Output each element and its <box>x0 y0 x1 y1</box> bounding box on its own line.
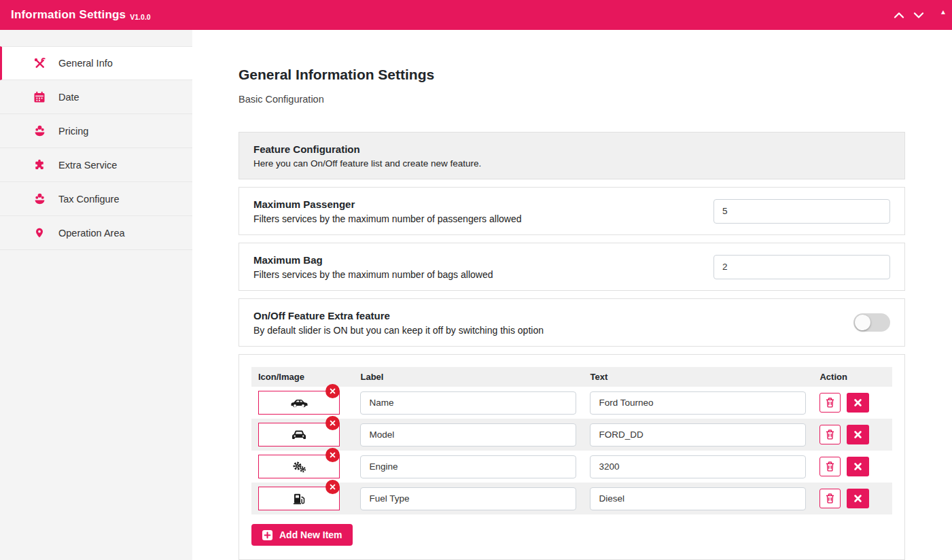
page-subtitle: Basic Configuration <box>239 94 906 105</box>
remove-row-button[interactable] <box>847 393 869 413</box>
sidebar-item-extra-service[interactable]: Extra Service <box>0 148 192 182</box>
text-input[interactable] <box>590 487 806 510</box>
sidebar-item-label: Tax Configure <box>58 194 119 205</box>
section-description: Here you can On/Off feature list and cre… <box>253 158 890 169</box>
cross-icon <box>853 398 862 407</box>
app-header: Information Settings V1.0.0 ▲ <box>0 0 952 30</box>
delete-row-button[interactable] <box>819 393 841 413</box>
trash-icon <box>826 493 834 504</box>
table-row <box>251 419 892 451</box>
remove-row-button[interactable] <box>847 489 869 508</box>
tools-icon <box>33 57 46 70</box>
setting-description: By default slider is ON but you can keep… <box>253 325 544 336</box>
fuel-pump-icon <box>292 493 306 505</box>
hand-coin-icon <box>33 124 46 137</box>
sidebar-item-label: Date <box>58 92 80 103</box>
sidebar-item-tax-configure[interactable]: Tax Configure <box>0 182 192 216</box>
setting-maximum-passenger: Maximum Passenger Filters services by th… <box>239 187 905 235</box>
triangle-up-icon[interactable]: ▲ <box>940 9 947 16</box>
sidebar-item-date[interactable]: Date <box>0 80 192 114</box>
setting-text: On/Off Feature Extra feature By default … <box>253 310 544 336</box>
table-header-row: Icon/Image Label Text Action <box>251 367 892 387</box>
remove-icon-badge[interactable] <box>325 448 340 462</box>
remove-icon-badge[interactable] <box>325 384 340 398</box>
add-new-item-button[interactable]: Add New Item <box>251 524 353 546</box>
sidebar-item-label: Extra Service <box>58 160 117 171</box>
extra-feature-toggle[interactable] <box>853 313 890 332</box>
delete-row-button[interactable] <box>819 489 841 508</box>
sidebar: General Info Date <box>0 30 192 560</box>
setting-extra-feature: On/Off Feature Extra feature By default … <box>239 298 905 347</box>
column-header-label: Label <box>353 367 583 387</box>
maximum-bag-input[interactable] <box>713 255 890 279</box>
delete-row-button[interactable] <box>819 425 841 444</box>
trash-icon <box>826 430 834 440</box>
icon-image-picker[interactable] <box>258 391 340 415</box>
column-header-icon-image: Icon/Image <box>251 367 353 387</box>
sidebar-item-label: General Info <box>58 58 113 69</box>
label-input[interactable] <box>360 487 576 510</box>
page-title: General Information Settings <box>239 67 906 83</box>
label-input[interactable] <box>360 423 576 447</box>
table-row <box>251 387 892 419</box>
sidebar-item-general-info[interactable]: General Info <box>0 46 192 80</box>
sidebar-item-pricing[interactable]: Pricing <box>0 114 192 148</box>
sidebar-item-label: Operation Area <box>58 228 125 239</box>
setting-label: Maximum Bag <box>253 254 493 266</box>
feature-configuration-header: Feature Configuration Here you can On/Of… <box>239 132 905 179</box>
sidebar-item-operation-area[interactable]: Operation Area <box>0 216 192 250</box>
app-title: Information Settings <box>11 8 126 22</box>
text-input[interactable] <box>590 391 806 415</box>
sidebar-item-label: Pricing <box>58 126 88 137</box>
toggle-knob <box>855 315 870 330</box>
delete-row-button[interactable] <box>819 457 841 476</box>
icon-image-picker[interactable] <box>258 423 340 447</box>
section-title: Feature Configuration <box>253 143 890 155</box>
setting-description: Filters services by the maximum number o… <box>253 213 522 224</box>
column-header-action: Action <box>813 367 892 387</box>
table-row <box>251 483 892 514</box>
chevron-up-icon[interactable] <box>894 12 904 18</box>
text-input[interactable] <box>590 455 806 478</box>
main-content: General Information Settings Basic Confi… <box>192 30 952 560</box>
trash-icon <box>826 461 834 472</box>
header-actions: ▲ <box>894 12 947 18</box>
remove-icon-badge[interactable] <box>325 416 340 430</box>
hand-coin-icon <box>33 192 46 205</box>
column-header-text: Text <box>583 367 813 387</box>
maximum-passenger-input[interactable] <box>713 199 890 224</box>
plus-square-icon <box>262 529 273 541</box>
text-input[interactable] <box>590 423 806 447</box>
car-front-icon <box>291 430 307 440</box>
setting-maximum-bag: Maximum Bag Filters services by the maxi… <box>239 243 905 291</box>
car-side-icon <box>290 398 308 408</box>
settings-card: Feature Configuration Here you can On/Of… <box>239 132 905 560</box>
puzzle-icon <box>33 159 46 171</box>
label-input[interactable] <box>360 455 576 478</box>
chevron-down-icon[interactable] <box>913 12 924 18</box>
setting-text: Maximum Passenger Filters services by th… <box>253 198 522 224</box>
remove-row-button[interactable] <box>847 425 869 444</box>
setting-label: On/Off Feature Extra feature <box>253 310 544 321</box>
setting-text: Maximum Bag Filters services by the maxi… <box>253 254 493 280</box>
cross-icon <box>853 430 862 439</box>
gears-icon <box>292 461 306 473</box>
table-row <box>251 451 892 483</box>
setting-description: Filters services by the maximum number o… <box>253 269 493 280</box>
trash-icon <box>826 398 834 408</box>
calendar-icon <box>33 91 46 103</box>
remove-row-button[interactable] <box>847 457 869 476</box>
setting-label: Maximum Passenger <box>253 198 522 210</box>
cross-icon <box>853 462 862 471</box>
feature-table-section: Icon/Image Label Text Action <box>239 354 905 560</box>
icon-image-picker[interactable] <box>258 487 340 510</box>
app-version: V1.0.0 <box>130 13 150 21</box>
label-input[interactable] <box>360 391 576 415</box>
map-pin-icon <box>33 226 46 239</box>
add-button-label: Add New Item <box>279 529 342 540</box>
cross-icon <box>853 494 862 503</box>
remove-icon-badge[interactable] <box>325 480 340 494</box>
icon-image-picker[interactable] <box>258 455 340 478</box>
feature-table: Icon/Image Label Text Action <box>251 367 892 514</box>
